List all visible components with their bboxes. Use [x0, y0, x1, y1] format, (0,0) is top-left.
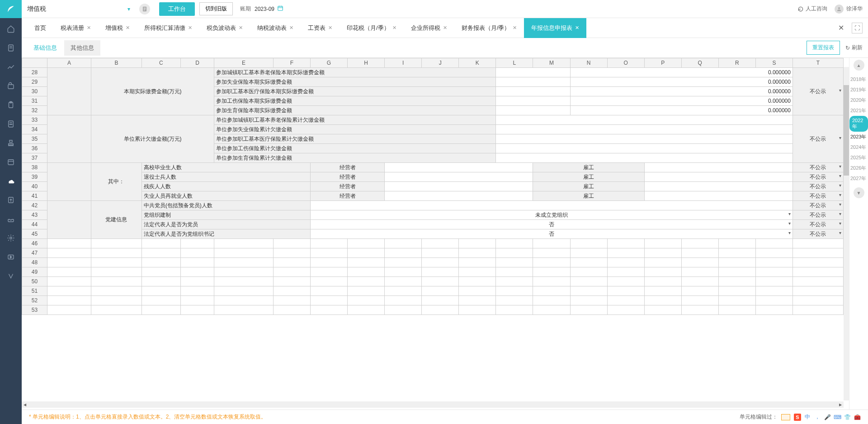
- tax-type-label: 增值税: [27, 5, 46, 13]
- old-version-button[interactable]: 切到旧版: [199, 2, 233, 15]
- chevron-down-icon: ▾: [127, 6, 130, 12]
- tab-0[interactable]: 首页: [27, 18, 53, 19]
- svg-rect-4: [278, 6, 283, 10]
- tab-7[interactable]: 印花税（月/季）✕: [340, 18, 404, 19]
- period-value[interactable]: 2023-09: [255, 6, 274, 12]
- tab-8[interactable]: 企业所得税✕: [404, 18, 454, 19]
- tab-2[interactable]: 增值税✕: [98, 18, 137, 19]
- user-name: 徐泽华: [846, 5, 863, 13]
- calendar-icon[interactable]: [277, 5, 283, 13]
- tab-9[interactable]: 财务报表（月/季）✕: [454, 18, 524, 19]
- tab-5[interactable]: 纳税波动表✕: [250, 18, 301, 19]
- period-label: 账期: [240, 5, 251, 13]
- consult-link[interactable]: 人工咨询: [797, 5, 827, 13]
- avatar-icon: [835, 5, 844, 14]
- tax-type-selector[interactable]: 增值税 ▾: [27, 5, 130, 13]
- svg-point-9: [838, 7, 840, 9]
- svg-rect-2: [144, 9, 146, 9]
- tab-3[interactable]: 所得税汇算清缴✕: [137, 18, 199, 19]
- workspace-button[interactable]: 工作台: [159, 2, 195, 16]
- consult-label: 人工咨询: [806, 5, 827, 13]
- doc-icon[interactable]: [139, 4, 150, 14]
- svg-rect-3: [144, 10, 145, 10]
- top-header: 增值税 ▾ 工作台 切到旧版 账期 2023-09 人工咨询 徐泽华: [0, 0, 868, 18]
- tab-6[interactable]: 工资表✕: [301, 18, 340, 19]
- tab-4[interactable]: 税负波动表✕: [199, 18, 250, 19]
- user-menu[interactable]: 徐泽华: [835, 5, 863, 14]
- tab-10[interactable]: 年报信息申报表✕: [524, 18, 586, 19]
- svg-rect-1: [144, 8, 146, 8]
- tab-1[interactable]: 税表清册✕: [53, 18, 98, 19]
- app-logo[interactable]: [0, 0, 22, 18]
